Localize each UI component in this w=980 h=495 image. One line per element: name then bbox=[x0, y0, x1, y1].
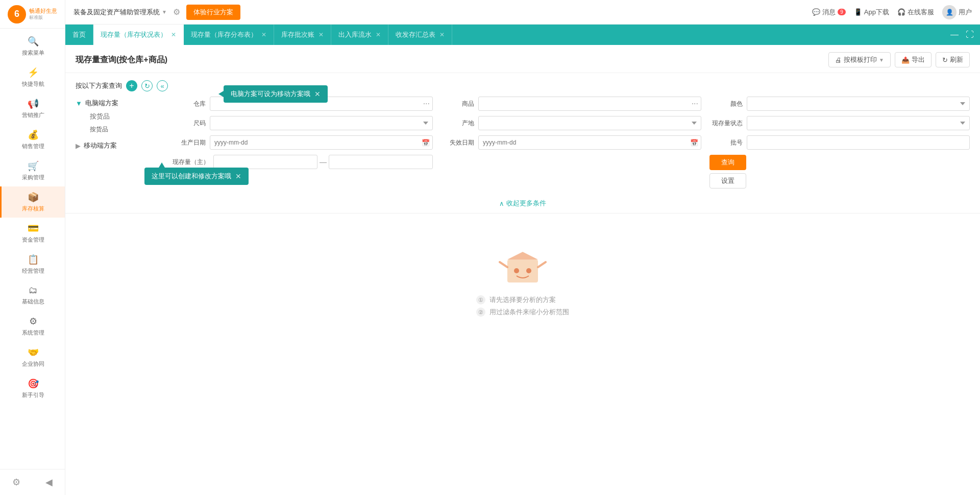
sidebar-item-finance[interactable]: 💳 资金管理 bbox=[0, 218, 65, 249]
message-btn[interactable]: 💬 消息 9 bbox=[812, 8, 846, 17]
query-btn[interactable]: 查询 bbox=[709, 155, 746, 170]
sidebar-item-search[interactable]: 🔍 搜索菜单 bbox=[0, 31, 65, 62]
filter-header: 按以下方案查询 + ↻ « bbox=[76, 80, 970, 91]
operations-icon: 📋 bbox=[28, 254, 39, 265]
sidebar-item-label: 库存核算 bbox=[22, 205, 44, 213]
warehouse-dots-icon[interactable]: ··· bbox=[423, 99, 430, 108]
tab-close-icon[interactable]: ✕ bbox=[171, 31, 176, 38]
expire-date-input[interactable] bbox=[478, 135, 701, 150]
sidebar-nav: 🔍 搜索菜单 ⚡ 快捷导航 📢 营销推广 💰 销售管理 🛒 采购管理 📦 bbox=[0, 29, 65, 469]
origin-select[interactable] bbox=[478, 116, 701, 130]
color-select[interactable] bbox=[747, 97, 970, 111]
export-btn[interactable]: 📤 导出 bbox=[895, 52, 932, 67]
desktop-scheme-label: 电脑端方案 bbox=[85, 99, 118, 108]
tab-inventory-status-label: 现存量（库存状况表） bbox=[101, 30, 167, 39]
tooltip-scheme-close[interactable]: ✕ bbox=[314, 90, 321, 98]
tab-home[interactable]: 首页 bbox=[65, 25, 93, 45]
filter-refresh-btn[interactable]: ↻ bbox=[141, 80, 153, 91]
refresh-icon: ↻ bbox=[942, 56, 948, 64]
tab-minimize-btn[interactable]: — bbox=[948, 29, 961, 40]
message-badge: 9 bbox=[838, 9, 846, 15]
goods-dots-icon[interactable]: ··· bbox=[692, 99, 698, 108]
filter-row-2: 尺码 产地 bbox=[173, 116, 970, 130]
tab-close-icon[interactable]: ✕ bbox=[318, 31, 324, 38]
sidebar-item-guide[interactable]: ⚡ 快捷导航 bbox=[0, 62, 65, 93]
tab-inventory-dist[interactable]: 现存量（库存分布表） ✕ bbox=[184, 25, 274, 45]
sidebar-item-enterprise[interactable]: 🤝 企业协同 bbox=[0, 342, 65, 373]
topbar-settings-icon[interactable]: ⚙ bbox=[173, 7, 180, 17]
finance-icon: 💳 bbox=[28, 223, 39, 234]
sidebar-item-operations[interactable]: 📋 经营管理 bbox=[0, 249, 65, 280]
system-name-dropdown[interactable]: 装备及固定资产辅助管理系统 ▼ bbox=[74, 8, 167, 17]
reset-btn[interactable]: 设置 bbox=[709, 173, 746, 188]
settings-bottom-btn[interactable]: ⚙ bbox=[10, 475, 22, 490]
produce-date-calendar-icon[interactable]: 📅 bbox=[422, 139, 430, 147]
user-area[interactable]: 👤 用户 bbox=[942, 5, 972, 19]
sidebar-item-label: 系统管理 bbox=[22, 329, 44, 337]
message-label: 消息 bbox=[822, 8, 836, 17]
collapse-sidebar-btn[interactable]: ◀ bbox=[43, 475, 55, 490]
print-btn[interactable]: 🖨 按模板打印 ▼ bbox=[828, 52, 891, 67]
goods-input[interactable] bbox=[478, 97, 701, 111]
size-field: 尺码 bbox=[173, 116, 433, 130]
svg-line-5 bbox=[538, 262, 546, 267]
sidebar-item-newbie[interactable]: 🎯 新手引导 bbox=[0, 373, 65, 404]
scheme-item[interactable]: 按货品 bbox=[86, 110, 167, 123]
tab-maximize-btn[interactable]: ⛶ bbox=[964, 29, 976, 40]
stock-main-max-input[interactable] bbox=[329, 155, 433, 169]
sidebar-item-marketing[interactable]: 📢 营销推广 bbox=[0, 93, 65, 124]
desktop-scheme-group: ▼ 电脑端方案 按货品 按货品 bbox=[76, 97, 167, 136]
tab-receive-summary[interactable]: 收发存汇总表 ✕ bbox=[388, 25, 452, 45]
size-select[interactable] bbox=[210, 116, 433, 130]
sidebar-item-sales[interactable]: 💰 销售管理 bbox=[0, 124, 65, 155]
inventory-icon: 📦 bbox=[28, 192, 39, 203]
tab-close-icon[interactable]: ✕ bbox=[261, 31, 266, 38]
origin-field: 产地 bbox=[441, 116, 701, 130]
empty-illustration bbox=[497, 244, 548, 285]
expire-date-label: 失效日期 bbox=[441, 138, 474, 147]
filter-row-4: 现存量（主） — bbox=[173, 155, 970, 188]
batch-no-input[interactable] bbox=[747, 135, 970, 150]
collapse-btn-label: 收起更多条件 bbox=[506, 199, 546, 208]
produce-date-input[interactable] bbox=[210, 135, 433, 150]
stock-status-select[interactable] bbox=[747, 116, 970, 130]
tab-batch-account[interactable]: 库存批次账 ✕ bbox=[274, 25, 331, 45]
desktop-scheme-title[interactable]: ▼ 电脑端方案 bbox=[76, 97, 167, 110]
app-download-btn[interactable]: 📱 App下载 bbox=[854, 8, 889, 17]
stock-main-range: — bbox=[213, 155, 433, 169]
tooltip-create-close[interactable]: ✕ bbox=[235, 172, 241, 180]
tab-close-icon[interactable]: ✕ bbox=[439, 31, 445, 38]
expire-date-field: 失效日期 📅 bbox=[441, 135, 701, 150]
tab-inventory-status[interactable]: 现存量（库存状况表） ✕ bbox=[93, 25, 184, 45]
system-icon: ⚙ bbox=[29, 316, 37, 327]
sidebar-item-inventory[interactable]: 📦 库存核算 bbox=[0, 186, 65, 218]
tab-close-icon[interactable]: ✕ bbox=[376, 31, 381, 38]
batch-no-field: 批号 bbox=[709, 135, 970, 150]
arrow-down-icon: ▼ bbox=[76, 100, 82, 107]
expire-date-calendar-icon[interactable]: 📅 bbox=[690, 139, 698, 147]
produce-date-label: 生产日期 bbox=[173, 138, 206, 147]
logo-area: 6 畅通好生意 标准版 bbox=[0, 0, 65, 29]
sidebar-item-system[interactable]: ⚙ 系统管理 bbox=[0, 311, 65, 342]
refresh-btn[interactable]: ↻ 刷新 bbox=[936, 52, 970, 67]
filter-back-btn[interactable]: « bbox=[157, 80, 168, 91]
filter-area: 按以下方案查询 + ↻ « 电脑方案可设为移动方案哦 ✕ 这里可以创建和修改方案… bbox=[65, 73, 980, 214]
filter-add-btn[interactable]: + bbox=[126, 80, 137, 91]
message-icon: 💬 bbox=[812, 8, 820, 16]
online-service-btn[interactable]: 🎧 在线客服 bbox=[897, 8, 934, 17]
stock-main-min-input[interactable] bbox=[213, 155, 317, 169]
empty-state: ① 请先选择要分析的方案 ② 用过滤条件来缩小分析范围 bbox=[65, 214, 980, 350]
sidebar-item-basic[interactable]: 🗂 基础信息 bbox=[0, 280, 65, 311]
range-separator: — bbox=[320, 158, 327, 166]
size-label: 尺码 bbox=[173, 119, 206, 128]
sidebar-item-purchase[interactable]: 🛒 采购管理 bbox=[0, 155, 65, 186]
mobile-scheme-group: ▶ 移动端方案 bbox=[76, 139, 167, 152]
experience-btn[interactable]: 体验行业方案 bbox=[186, 5, 240, 20]
scheme-item[interactable]: 按货品 bbox=[86, 123, 167, 136]
mobile-scheme-title[interactable]: ▶ 移动端方案 bbox=[76, 139, 167, 152]
tab-inout-flow-label: 出入库流水 bbox=[338, 30, 372, 39]
filter-form-panel: 仓库 ··· 商品 ··· bbox=[173, 97, 970, 194]
sidebar-item-label: 采购管理 bbox=[22, 174, 44, 181]
collapse-btn[interactable]: ∧ 收起更多条件 bbox=[499, 199, 546, 208]
tab-inout-flow[interactable]: 出入库流水 ✕ bbox=[331, 25, 388, 45]
